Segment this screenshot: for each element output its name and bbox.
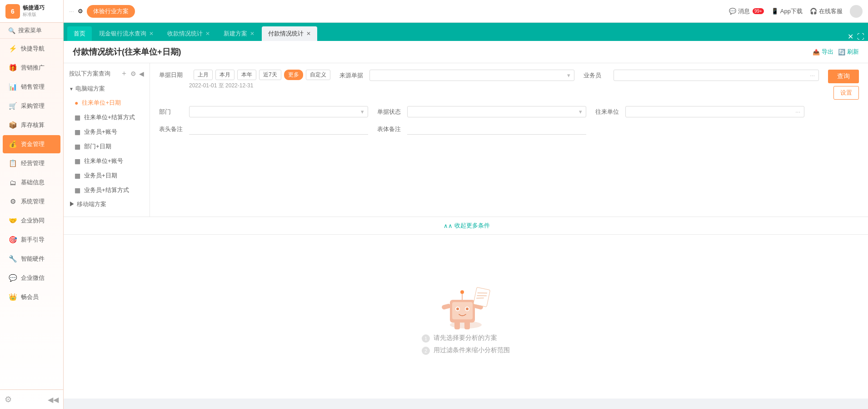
add-scheme-btn[interactable]: ＋ [120,69,128,78]
filter-actions: 查询 设置 [828,70,859,100]
table-body-note-input[interactable] [407,124,586,135]
sidebar-item-inventory[interactable]: 📦库存核算 [3,116,60,134]
sidebar-item-hardware[interactable]: 🔧智能硬件 [3,250,60,268]
bill-status-select[interactable]: ▾ [407,106,586,117]
svg-rect-11 [454,321,460,329]
close-all-tab-btn[interactable]: ✕ [848,32,853,41]
scheme-item-staff-date[interactable]: ▦业务员+日期 [64,168,150,183]
collapse-bar[interactable]: ∧∧ 收起更多条件 [64,217,868,235]
dept-select[interactable]: ▾ [189,106,368,117]
last-month-btn[interactable]: 上月 [194,70,213,80]
sidebar-label-purchase: 采购管理 [21,102,45,110]
this-month-btn[interactable]: 本月 [215,70,234,80]
tab-home[interactable]: 首页 [67,26,92,41]
sidebar-icon-quick-nav: ⚡ [8,44,17,53]
sidebar-icon-enterprise: 🤝 [8,216,17,225]
custom-btn[interactable]: 自定义 [306,70,330,80]
logo-sub: 标准版 [23,11,45,18]
last7days-btn[interactable]: 近7天 [259,70,281,80]
scheme-item-unit-date[interactable]: ●往来单位+日期 [64,96,150,110]
related-unit-label: 往来单位 [595,108,621,116]
page-header: 付款情况统计(往来单位+日期) 📤 导出 🔄 刷新 [64,41,868,63]
bill-status-arrow: ▾ [579,108,582,115]
scheme-item-staff-settle[interactable]: ▦业务员+结算方式 [64,183,150,197]
scheme-item-staff-account[interactable]: ▦业务员+账号 [64,125,150,139]
sidebar-item-system[interactable]: ⚙系统管理 [3,192,60,211]
tab-close-bank-flow[interactable]: ✕ [149,30,154,37]
source-bill-label: 来源单据 [339,71,365,80]
tabbar: 首页现金银行流水查询✕收款情况统计✕新建方案✕付款情况统计✕ ✕ ⛶ [64,23,868,41]
sidebar-item-basic-info[interactable]: 🗂基础信息 [3,173,60,192]
expand-tab-btn[interactable]: ⛶ [857,33,864,41]
refresh-btn[interactable]: 🔄 刷新 [838,48,859,56]
sidebar-item-finance[interactable]: 💰资金管理 [3,135,60,153]
sidebar-item-marketing[interactable]: 🎁营销推广 [3,59,60,77]
dept-arrow: ▾ [361,108,364,115]
messages-btn[interactable]: 💬 消息 99+ [729,7,764,15]
settings-gear[interactable]: ⚙ [78,8,83,15]
sidebar-item-quick-nav[interactable]: ⚡快捷导航 [3,40,60,58]
source-bill-select[interactable]: ▾ [369,70,575,81]
tab-payment-stat[interactable]: 收款情况统计✕ [161,26,216,41]
topbar-left: ··· ⚙ 体验行业方案 [69,5,135,18]
sidebar-item-purchase[interactable]: 🛒采购管理 [3,97,60,115]
sidebar-icon-purchase: 🛒 [8,101,17,111]
tip1-num: 1 [422,334,430,343]
more-btn[interactable]: 更多 [284,70,303,80]
sidebar-logo: 6 畅捷通巧 标准版 [0,0,63,23]
trial-button[interactable]: 体验行业方案 [87,5,135,18]
sidebar-icon-inventory: 📦 [8,121,17,130]
sidebar-item-wechat[interactable]: 💬企业微信 [3,269,60,287]
sidebar-item-member[interactable]: 👑畅会员 [3,288,60,306]
staff-select[interactable]: ··· [614,70,819,81]
tab-new-scheme[interactable]: 新建方案✕ [217,26,261,41]
settings-icon[interactable]: ⚙ [5,394,12,404]
logo-icon: 6 [5,4,20,19]
user-avatar[interactable] [850,5,863,18]
tab-close-payout-stat[interactable]: ✕ [306,30,311,37]
empty-tips: 1 请先选择要分析的方案 2 用过滤条件来缩小分析范围 [422,334,510,359]
staff-arrow: ··· [810,72,815,79]
related-unit-select[interactable]: ··· [625,106,804,117]
sidebar-search[interactable]: 🔍 搜索菜单 [0,23,63,39]
page-actions: 📤 导出 🔄 刷新 [813,48,859,56]
sidebar-label-basic-info: 基础信息 [21,178,45,187]
desktop-scheme-group[interactable]: ▼ 电脑端方案 [64,82,150,96]
message-icon: 💬 [729,8,736,15]
scheme-label-unit-settle: 往来单位+结算方式 [84,113,135,121]
tab-bank-flow[interactable]: 现金银行流水查询✕ [93,26,160,41]
svg-rect-13 [473,287,490,307]
page-title: 付款情况统计(往来单位+日期) [73,46,181,57]
scheme-item-dept-date[interactable]: ▦部门+日期 [64,139,150,154]
tab-close-new-scheme[interactable]: ✕ [250,30,254,37]
sidebar-item-enterprise[interactable]: 🤝企业协同 [3,212,60,230]
sidebar-item-operation[interactable]: 📋经营管理 [3,154,60,172]
this-year-btn[interactable]: 本年 [237,70,256,80]
mobile-scheme-group[interactable]: ▶ 移动端方案 [64,197,150,211]
online-service-btn[interactable]: 🎧 在线客服 [810,7,843,15]
tab-payout-stat[interactable]: 付款情况统计✕ [262,26,317,41]
sidebar-icon-wechat: 💬 [8,273,17,283]
sidebar-item-guide[interactable]: 🎯新手引导 [3,231,60,249]
query-btn[interactable]: 查询 [828,70,859,83]
app-download-btn[interactable]: 📱 App下载 [771,7,803,15]
sidebar-label-marketing: 营销推广 [21,64,45,72]
tab-label-payment-stat: 收款情况统计 [167,30,203,38]
export-btn[interactable]: 📤 导出 [813,48,833,56]
setting-btn[interactable]: 设置 [833,86,859,100]
table-header-note-input[interactable] [189,124,368,135]
collapse-scheme-btn[interactable]: ◀ [139,70,144,77]
app-download-label: App下载 [780,7,803,15]
tab-label-bank-flow: 现金银行流水查询 [99,30,146,38]
collapse-icon[interactable]: ◀◀ [48,395,59,404]
scheme-item-unit-settle[interactable]: ▦往来单位+结算方式 [64,110,150,125]
scheme-settings-btn[interactable]: ⚙ [130,70,136,77]
tab-close-payment-stat[interactable]: ✕ [205,30,210,37]
scheme-item-unit-account[interactable]: ▦往来单位+账号 [64,154,150,168]
scheme-sidebar: 按以下方案查询 ＋ ⚙ ◀ ▼ 电脑端方案 ●往来单位+日期▦往来单位+结算方式… [64,63,150,217]
staff-label: 业务员 [584,71,609,80]
refresh-label: 刷新 [847,48,859,56]
sidebar-icon-marketing: 🎁 [8,63,17,72]
sidebar-item-sales[interactable]: 📊销售管理 [3,78,60,96]
tab-label-new-scheme: 新建方案 [224,30,247,38]
